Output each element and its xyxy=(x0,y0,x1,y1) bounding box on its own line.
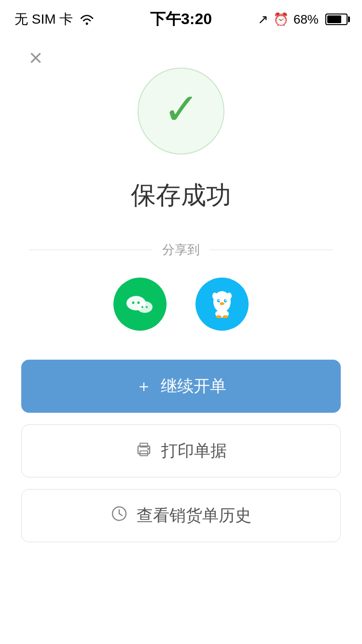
status-bar: 无 SIM 卡 下午3:20 ↗ ⏰ 68% xyxy=(0,0,362,39)
share-icons xyxy=(113,278,249,331)
battery-percent: 68% xyxy=(293,12,319,27)
divider-right xyxy=(209,250,333,250)
history-label: 查看销货单历史 xyxy=(137,504,251,527)
checkmark-icon: ✓ xyxy=(163,87,199,131)
status-time: 下午3:20 xyxy=(150,9,212,30)
share-label: 分享到 xyxy=(162,241,200,258)
svg-point-11 xyxy=(219,300,220,301)
svg-point-17 xyxy=(227,293,232,299)
svg-line-24 xyxy=(119,514,122,516)
svg-point-21 xyxy=(147,448,149,450)
svg-point-0 xyxy=(86,23,88,25)
battery-icon xyxy=(325,14,348,25)
main-content: ✓ 保存成功 分享到 xyxy=(0,39,362,644)
svg-point-3 xyxy=(132,302,135,304)
svg-point-4 xyxy=(138,302,140,304)
carrier-label: 无 SIM 卡 xyxy=(14,10,73,28)
qq-share-button[interactable] xyxy=(195,278,249,331)
svg-point-16 xyxy=(212,293,217,299)
wechat-icon xyxy=(124,290,156,319)
history-button[interactable]: 查看销货单历史 xyxy=(21,489,341,542)
svg-point-6 xyxy=(146,306,148,308)
share-divider: 分享到 xyxy=(0,241,362,258)
close-icon: × xyxy=(29,46,42,70)
svg-point-12 xyxy=(225,300,227,301)
wechat-share-button[interactable] xyxy=(113,278,167,331)
svg-point-13 xyxy=(220,302,224,305)
share-section: 分享到 xyxy=(0,241,362,331)
print-button[interactable]: 打印单据 xyxy=(21,424,341,477)
svg-point-14 xyxy=(216,315,222,318)
printer-icon xyxy=(135,440,153,462)
print-label: 打印单据 xyxy=(161,440,227,462)
continue-order-button[interactable]: ＋ 继续开单 xyxy=(21,360,341,413)
status-right: ↗ ⏰ 68% xyxy=(258,12,348,27)
qq-icon xyxy=(206,287,238,321)
clock-icon xyxy=(111,505,128,526)
alarm-icon: ⏰ xyxy=(273,12,289,27)
status-carrier: 无 SIM 卡 xyxy=(14,10,95,28)
svg-point-15 xyxy=(223,315,228,318)
action-buttons: ＋ 继续开单 打印单据 查看销货单历史 xyxy=(0,360,362,542)
wifi-icon xyxy=(79,13,95,26)
divider-left xyxy=(29,250,153,250)
success-circle: ✓ xyxy=(138,68,224,154)
location-icon: ↗ xyxy=(258,12,268,27)
plus-icon: ＋ xyxy=(136,375,152,397)
svg-point-5 xyxy=(141,306,143,308)
close-button[interactable]: × xyxy=(21,43,50,72)
continue-order-label: 继续开单 xyxy=(161,375,226,397)
success-title: 保存成功 xyxy=(131,179,231,212)
